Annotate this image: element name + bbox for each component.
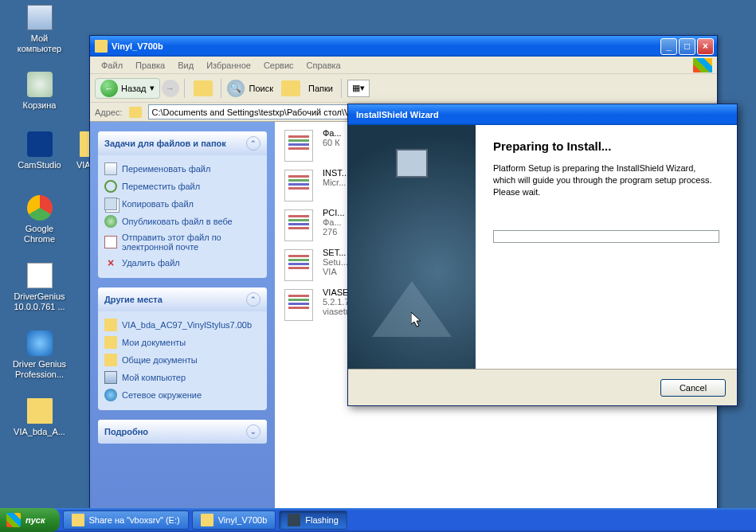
- menu-tools[interactable]: Сервис: [257, 61, 300, 70]
- network-icon: [104, 389, 117, 401]
- folder-icon: [95, 40, 108, 53]
- chevron-up-icon[interactable]: ⌃: [246, 136, 260, 151]
- chrome[interactable]: Google Chrome: [10, 195, 69, 244]
- menu-edit[interactable]: Правка: [129, 61, 171, 70]
- copy-icon: [104, 198, 117, 210]
- up-button[interactable]: [194, 80, 213, 96]
- cancel-button[interactable]: Cancel: [660, 379, 726, 397]
- mail-icon: [104, 236, 117, 248]
- monitor-icon: [396, 149, 428, 178]
- drivergenius-app[interactable]: Driver Genius Profession...: [10, 331, 69, 380]
- drivergenius-installer[interactable]: DriverGenius 10.0.0.761 ...: [10, 263, 69, 312]
- taskbar: пуск Share на "vboxsrv" (E:) Vinyl_V700b…: [0, 508, 756, 532]
- app-icon: [288, 514, 300, 526]
- back-button[interactable]: ← Назад ▾: [95, 78, 160, 99]
- camstudio[interactable]: CamStudio: [10, 131, 69, 170]
- menu-view[interactable]: Вид: [171, 61, 200, 70]
- wizard-body-text: Platform Setup is preparing the InstallS…: [493, 162, 719, 198]
- views-button[interactable]: ▦▾: [347, 80, 370, 97]
- file-icon: [284, 170, 313, 201]
- details-panel: Подробно ⌄: [98, 420, 267, 444]
- chevron-up-icon[interactable]: ⌃: [246, 292, 260, 307]
- place-computer[interactable]: Мой компьютер: [103, 369, 262, 386]
- file-name: INST...: [323, 168, 349, 178]
- wizard-banner: [348, 125, 476, 369]
- file-tasks-panel: Задачи для файлов и папок ⌃ Переименоват…: [98, 131, 267, 278]
- task-move[interactable]: Переместить файл: [103, 178, 262, 195]
- search-icon[interactable]: 🔍: [227, 80, 245, 97]
- tasks-sidebar: Задачи для файлов и папок ⌃ Переименоват…: [90, 122, 275, 512]
- maximize-button[interactable]: □: [679, 38, 695, 55]
- place-network[interactable]: Сетевое окружение: [103, 386, 262, 404]
- address-label: Адрес:: [95, 108, 123, 117]
- windows-logo-icon: [693, 58, 712, 72]
- file-icon: [284, 249, 313, 281]
- task-delete[interactable]: ×Удалить файл: [103, 254, 262, 272]
- back-arrow-icon: ←: [100, 80, 118, 97]
- my-computer[interactable]: Мой компьютер: [10, 5, 69, 54]
- taskbar-item-vinyl[interactable]: Vinyl_V700b: [192, 510, 276, 530]
- progress-bar: [493, 230, 719, 243]
- file-icon: [284, 209, 313, 241]
- rename-icon: [104, 162, 117, 175]
- folder-icon: [104, 319, 117, 331]
- file-name: PCI...: [323, 208, 345, 217]
- menu-file[interactable]: Файл: [95, 61, 129, 70]
- task-copy[interactable]: Копировать файл: [103, 195, 262, 213]
- recycle-bin[interactable]: Корзина: [10, 72, 69, 111]
- file-name: SET...: [323, 248, 348, 257]
- menu-favorites[interactable]: Избранное: [200, 61, 257, 70]
- move-icon: [104, 180, 117, 193]
- task-rename[interactable]: Переименовать файл: [103, 160, 262, 178]
- folder-icon: [129, 107, 142, 118]
- wizard-titlebar[interactable]: InstallShield Wizard: [348, 104, 737, 125]
- chevron-down-icon[interactable]: ⌄: [246, 424, 260, 439]
- panel-header[interactable]: Подробно ⌄: [98, 420, 267, 444]
- minimize-button[interactable]: _: [660, 38, 677, 55]
- menu-bar: Файл Правка Вид Избранное Сервис Справка: [90, 57, 717, 74]
- menu-help[interactable]: Справка: [300, 61, 347, 70]
- delete-icon: ×: [104, 256, 117, 269]
- folder-icon: [104, 354, 117, 366]
- place-shared[interactable]: Общие документы: [103, 351, 262, 369]
- panel-header[interactable]: Задачи для файлов и папок ⌃: [98, 131, 267, 155]
- file-desc: Setu...VIA: [323, 257, 348, 276]
- panel-header[interactable]: Другие места ⌃: [98, 288, 267, 311]
- search-button[interactable]: Поиск: [246, 84, 276, 93]
- explorer-titlebar[interactable]: Vinyl_V700b _ □ ×: [90, 36, 717, 57]
- toolbar: ← Назад ▾ → 🔍 Поиск Папки ▦▾: [90, 74, 717, 103]
- close-button[interactable]: ×: [697, 38, 714, 55]
- windows-flag-icon: [6, 513, 21, 527]
- place-docs[interactable]: Мои документы: [103, 334, 262, 351]
- installshield-wizard-dialog: InstallShield Wizard Preparing to Instal…: [347, 104, 738, 406]
- taskbar-item-flashing[interactable]: Flashing: [279, 510, 347, 530]
- file-icon: [284, 130, 313, 162]
- other-places-panel: Другие места ⌃ VIA_bda_AC97_VinylStylus7…: [98, 288, 267, 410]
- file-desc: Фа...276: [323, 217, 345, 237]
- taskbar-item-share[interactable]: Share на "vboxsrv" (E:): [63, 510, 189, 530]
- wizard-heading: Preparing to Install...: [493, 139, 719, 153]
- file-desc: 60 К: [323, 138, 342, 147]
- place-via[interactable]: VIA_bda_AC97_VinylStylus7.00b: [103, 316, 262, 334]
- file-icon: [284, 289, 313, 321]
- chevron-down-icon[interactable]: ▾: [150, 83, 155, 93]
- file-name: Фа...: [323, 128, 342, 138]
- window-title: Vinyl_V700b: [112, 41, 163, 51]
- task-email[interactable]: Отправить этот файл по электронной почте: [103, 230, 262, 254]
- task-publish[interactable]: Опубликовать файл в вебе: [103, 213, 262, 230]
- start-button[interactable]: пуск: [0, 508, 60, 532]
- via-bda[interactable]: VIA_bda_A...: [10, 398, 69, 437]
- file-desc: Micr...: [323, 178, 349, 187]
- folder-icon: [201, 514, 213, 526]
- folder-icon: [72, 514, 84, 526]
- icon-label: Мой компьютер: [10, 33, 69, 54]
- wizard-title: InstallShield Wizard: [356, 110, 439, 119]
- folders-icon[interactable]: [281, 80, 300, 96]
- web-icon: [104, 215, 117, 228]
- folders-button[interactable]: Папки: [305, 84, 336, 93]
- forward-button[interactable]: →: [162, 80, 179, 97]
- folder-icon: [104, 336, 117, 349]
- computer-icon: [104, 371, 117, 384]
